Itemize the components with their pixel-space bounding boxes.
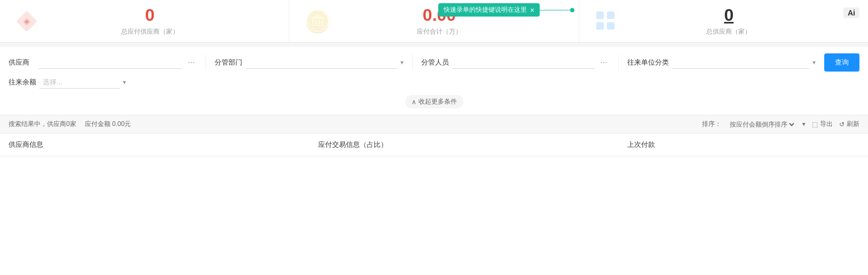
collapse-btn[interactable]: ∧ 收起更多条件 bbox=[405, 95, 463, 108]
stat-label-payable-total: 应付合计（万） bbox=[417, 27, 462, 36]
filter-area: 供应商 ··· 分管部门 ▾ 分管人员 ··· 往来单位分类 ▾ 查询 bbox=[0, 47, 868, 115]
results-summary: 搜索结果中，供应商0家 应付金额 0.00元 bbox=[9, 120, 131, 129]
building-icon bbox=[594, 9, 617, 33]
collapse-label: 收起更多条件 bbox=[419, 97, 457, 106]
stat-number-payable-suppliers: 0 bbox=[145, 6, 155, 25]
diamond-icon: ◈ bbox=[15, 10, 38, 33]
refresh-label: 刷新 bbox=[847, 120, 859, 129]
divider-2 bbox=[412, 54, 413, 70]
coin-icon: 🪙 bbox=[304, 9, 331, 34]
results-suppliers-count: 搜索结果中，供应商0家 bbox=[9, 120, 76, 129]
stat-number-total-suppliers: 0 bbox=[724, 6, 733, 25]
supplier-input[interactable] bbox=[38, 56, 183, 69]
stat-label-total-suppliers: 总供应商（家） bbox=[706, 27, 751, 36]
col-header-supplier: 供应商信息 bbox=[9, 140, 318, 150]
filter-balance: 往来余额 选择... ▾ bbox=[9, 76, 126, 89]
table-body bbox=[0, 156, 868, 275]
tooltip-close-btn[interactable]: × bbox=[530, 6, 534, 14]
filter-person: 分管人员 ··· bbox=[421, 56, 610, 69]
ai-badge[interactable]: Ai bbox=[843, 7, 859, 18]
collapse-section: ∧ 收起更多条件 bbox=[9, 93, 859, 111]
export-btn[interactable]: ⬚ 导出 bbox=[812, 120, 833, 129]
divider-1 bbox=[206, 54, 206, 70]
stat-total-payable-suppliers: ◈ 0 总应付供应商（家） bbox=[0, 0, 289, 42]
department-input[interactable] bbox=[246, 56, 397, 69]
sort-label: 排序： bbox=[702, 120, 721, 129]
filter-supplier: 供应商 ··· bbox=[9, 56, 197, 69]
tooltip-bar: 快速录单的快捷键说明在这里 × bbox=[438, 3, 540, 17]
supplier-label: 供应商 bbox=[9, 58, 35, 67]
col-header-transaction: 应付交易信息（占比） bbox=[318, 140, 628, 150]
filter-department: 分管部门 ▾ bbox=[215, 56, 403, 69]
stat-label-payable-suppliers: 总应付供应商（家） bbox=[121, 27, 179, 36]
export-icon: ⬚ bbox=[812, 121, 818, 128]
filter-row-1: 供应商 ··· 分管部门 ▾ 分管人员 ··· 往来单位分类 ▾ 查询 bbox=[9, 53, 859, 72]
divider-3 bbox=[618, 54, 619, 70]
unit-class-chevron-icon[interactable]: ▾ bbox=[812, 59, 816, 66]
unit-class-input[interactable] bbox=[672, 56, 809, 69]
balance-select[interactable]: 选择... bbox=[40, 76, 120, 89]
stat-payable-total: 🪙 快速录单的快捷键说明在这里 × 0.00 应付合计（万） bbox=[289, 0, 579, 42]
refresh-icon: ↺ bbox=[839, 121, 845, 128]
svg-rect-3 bbox=[607, 11, 614, 19]
balance-label: 往来余额 bbox=[9, 77, 36, 87]
svg-rect-5 bbox=[607, 22, 614, 29]
sort-chevron-icon[interactable]: ▾ bbox=[802, 121, 806, 128]
tooltip-text: 快速录单的快捷键说明在这里 bbox=[444, 5, 527, 14]
stats-bar: ◈ 0 总应付供应商（家） 🪙 快速录单的快捷键说明在这里 × 0.00 应付合… bbox=[0, 0, 868, 43]
query-button[interactable]: 查询 bbox=[824, 53, 859, 72]
person-label: 分管人员 bbox=[421, 58, 449, 67]
person-input[interactable] bbox=[452, 56, 595, 69]
results-actions: 排序： 按应付会额倒序排序 ▾ ⬚ 导出 ↺ 刷新 bbox=[702, 120, 859, 129]
svg-rect-2 bbox=[596, 11, 604, 19]
sort-select[interactable]: 按应付会额倒序排序 bbox=[728, 120, 796, 129]
svg-rect-4 bbox=[596, 22, 604, 29]
collapse-arrow-icon: ∧ bbox=[412, 98, 416, 106]
export-label: 导出 bbox=[820, 120, 833, 129]
unit-class-label: 往来单位分类 bbox=[627, 58, 669, 67]
department-label: 分管部门 bbox=[215, 58, 242, 67]
balance-chevron-icon[interactable]: ▾ bbox=[123, 78, 126, 86]
filter-unit-class: 往来单位分类 ▾ bbox=[627, 56, 816, 69]
supplier-more-btn[interactable]: ··· bbox=[186, 58, 197, 67]
table-header: 供应商信息 应付交易信息（占比） 上次付款 bbox=[0, 133, 868, 156]
person-more-btn[interactable]: ··· bbox=[598, 58, 609, 67]
refresh-btn[interactable]: ↺ 刷新 bbox=[839, 120, 859, 129]
filter-row-2: 往来余额 选择... ▾ bbox=[9, 76, 859, 89]
results-amount: 应付金额 0.00元 bbox=[85, 120, 131, 129]
department-chevron-icon[interactable]: ▾ bbox=[400, 59, 404, 66]
col-header-lastpay: 上次付款 bbox=[627, 140, 859, 150]
tooltip-dot bbox=[570, 8, 574, 12]
stat-total-suppliers: 0 总供应商（家） Ai bbox=[579, 0, 868, 42]
results-bar: 搜索结果中，供应商0家 应付金额 0.00元 排序： 按应付会额倒序排序 ▾ ⬚… bbox=[0, 115, 868, 133]
svg-text:◈: ◈ bbox=[23, 17, 30, 26]
